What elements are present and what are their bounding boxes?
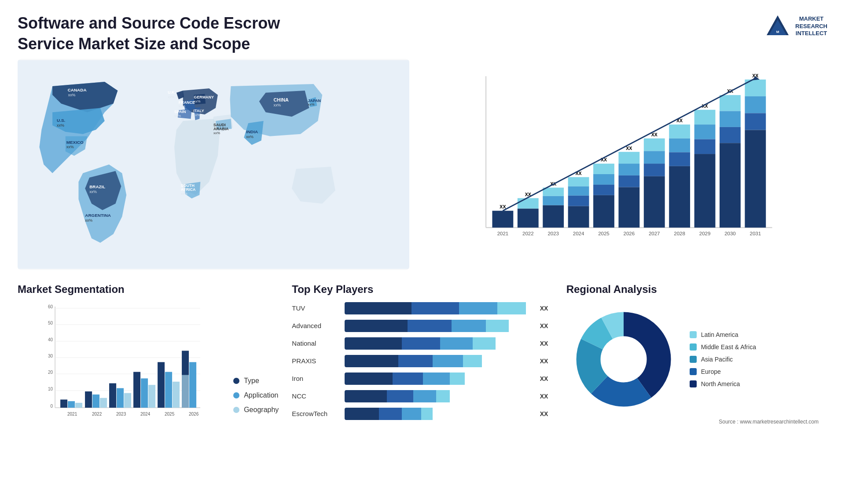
page-title: Software and Source Code Escrow Service … [18,13,326,55]
svg-text:M: M [776,30,779,34]
reg-legend-mea: Middle East & Africa [690,343,756,351]
segmentation-svg: 60 50 40 30 20 10 0 [18,302,224,425]
svg-text:JAPAN: JAPAN [308,98,321,102]
player-val-national: XX [540,340,553,347]
svg-text:xx%: xx% [181,192,187,196]
reg-color-europe [690,368,697,375]
regional-content: Latin America Middle East & Africa Asia … [566,302,827,416]
main-content: CANADA xx% U.S. xx% MEXICO xx% BRAZIL xx… [0,59,845,504]
reg-legend-north-america: North America [690,380,756,387]
player-name-escrowtech: EscrowTech [292,410,340,417]
player-bar-advanced [345,320,535,332]
reg-legend-europe: Europe [690,368,756,375]
svg-rect-47 [543,205,564,227]
svg-rect-133 [173,381,180,407]
source-text: Source : www.marketresearchintellect.com [566,419,827,425]
svg-rect-69 [644,151,665,164]
donut-chart [566,302,681,416]
svg-text:U.K.: U.K. [168,90,176,94]
svg-rect-93 [745,96,766,113]
logo-text: MARKET RESEARCH INTELLECT [795,15,827,38]
svg-rect-77 [669,166,690,227]
svg-rect-89 [720,143,741,227]
svg-rect-52 [568,195,589,206]
svg-rect-87 [720,111,741,127]
player-val-advanced: XX [540,322,553,329]
segmentation-section: Market Segmentation 60 50 40 30 20 10 [18,279,279,504]
player-name-advanced: Advanced [292,322,340,329]
legend-geography: Geography [233,406,279,414]
svg-text:GERMANY: GERMANY [194,95,214,99]
svg-text:xx%: xx% [57,123,64,128]
svg-rect-117 [75,402,82,407]
svg-text:xx%: xx% [273,103,281,107]
world-map-svg: CANADA xx% U.S. xx% MEXICO xx% BRAZIL xx… [18,59,409,270]
svg-text:2025: 2025 [165,412,175,416]
svg-rect-123 [109,383,116,408]
page-header: Software and Source Code Escrow Service … [0,0,845,59]
svg-rect-86 [720,95,741,111]
logo-icon: M [764,13,791,40]
player-row-advanced: Advanced XX [292,320,553,332]
reg-color-asia-pacific [690,356,697,363]
svg-text:xx%: xx% [168,95,174,99]
svg-text:60: 60 [48,304,53,309]
players-section: Top Key Players TUV XX Advanced [292,279,553,504]
svg-rect-81 [694,124,716,139]
svg-rect-132 [165,372,172,407]
svg-text:xx%: xx% [194,99,201,103]
svg-text:xx%: xx% [66,145,74,149]
reg-legend-latin-america: Latin America [690,331,756,338]
player-bar-ncc [345,390,535,402]
player-row-tuv: TUV XX [292,302,553,314]
svg-rect-57 [593,174,614,185]
top-row: CANADA xx% U.S. xx% MEXICO xx% BRAZIL xx… [18,59,827,270]
svg-text:INDIA: INDIA [246,129,258,134]
svg-text:MEXICO: MEXICO [66,139,84,144]
svg-text:xx%: xx% [194,113,200,117]
svg-text:xx%: xx% [213,131,220,135]
legend-application: Application [233,391,279,399]
player-row-ncc: NCC XX [292,390,553,402]
legend-dot-geography [233,407,239,413]
svg-rect-58 [593,185,614,195]
svg-text:50: 50 [48,321,53,325]
reg-color-north-america [690,380,697,387]
player-name-ncc: NCC [292,392,340,400]
svg-text:2029: 2029 [699,230,711,236]
svg-text:xx%: xx% [85,218,92,222]
svg-text:ARABIA: ARABIA [213,126,229,131]
svg-rect-136 [189,362,196,408]
svg-text:2027: 2027 [649,230,660,236]
svg-rect-51 [568,186,589,195]
svg-rect-41 [518,198,539,208]
svg-text:2021: 2021 [67,412,77,416]
svg-text:20: 20 [48,370,53,375]
svg-text:2021: 2021 [497,230,509,236]
svg-point-144 [601,336,647,382]
player-val-praxis: XX [540,358,553,365]
svg-text:2026: 2026 [189,412,199,416]
player-bar-praxis [345,355,535,367]
map-section: CANADA xx% U.S. xx% MEXICO xx% BRAZIL xx… [18,59,409,270]
regional-title: Regional Analysis [566,283,827,296]
player-bar-national [345,337,535,350]
player-row-national: National XX [292,337,553,350]
svg-text:xx%: xx% [179,104,185,108]
legend-dot-type [233,378,239,384]
svg-text:2023: 2023 [547,230,559,236]
svg-text:xx%: xx% [174,114,181,118]
reg-color-latin-america [690,331,697,338]
svg-text:ARGENTINA: ARGENTINA [85,212,111,217]
svg-text:2022: 2022 [522,230,534,236]
svg-text:BRAZIL: BRAZIL [89,184,105,189]
svg-rect-127 [133,372,140,407]
svg-rect-128 [141,378,148,408]
svg-rect-94 [745,113,766,130]
svg-text:CANADA: CANADA [68,87,87,92]
svg-text:2030: 2030 [724,230,736,236]
player-row-escrowtech: EscrowTech XX [292,408,553,420]
svg-rect-83 [694,154,716,227]
player-name-praxis: PRAXIS [292,357,340,365]
svg-text:2022: 2022 [92,412,102,416]
